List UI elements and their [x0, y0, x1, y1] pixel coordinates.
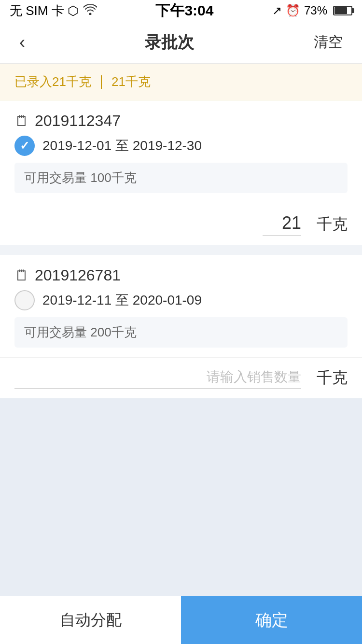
- battery-percent: 73%: [304, 4, 327, 17]
- batch-card-2: 🗒 2019126781 2019-12-11 至 2020-01-09 可用交…: [0, 255, 362, 398]
- doc-icon-1: 🗒: [14, 113, 29, 129]
- wifi-icon: [84, 3, 97, 18]
- location-icon: ↗: [272, 4, 282, 17]
- check-icon: ✓: [20, 139, 29, 153]
- status-bar: 无 SIM 卡 ⬡ 下午3:04 ↗ ⏰ 73%: [0, 0, 362, 21]
- confirm-button[interactable]: 确定: [181, 596, 362, 644]
- summary-banner: 已录入21千克 21千克: [0, 64, 362, 100]
- svg-point-0: [89, 13, 91, 15]
- batch-2-radio[interactable]: [14, 290, 35, 310]
- batch-1-id: 2019112347: [35, 112, 121, 130]
- bottom-buttons: 自动分配 确定: [0, 596, 362, 644]
- batch-1-unit: 千克: [317, 214, 348, 235]
- summary-label: 已录入21千克: [14, 73, 91, 90]
- batch-2-quantity-placeholder[interactable]: 请输入销售数量: [207, 368, 301, 386]
- batch-2-availability: 可用交易量 200千克: [14, 317, 348, 348]
- summary-divider: [101, 75, 102, 89]
- batch-1-quantity-row: 21 千克: [0, 203, 362, 245]
- section-separator-1: [0, 245, 362, 255]
- back-button[interactable]: ‹: [14, 28, 30, 57]
- batch-2-unit: 千克: [317, 367, 348, 389]
- doc-icon-2: 🗒: [14, 267, 29, 284]
- batch-2-date-row: 2019-12-11 至 2020-01-09: [14, 290, 348, 310]
- status-left: 无 SIM 卡 ⬡: [10, 2, 97, 19]
- batch-1-date-row: ✓ 2019-12-01 至 2019-12-30: [14, 136, 348, 156]
- status-right: ↗ ⏰ 73%: [272, 4, 352, 17]
- page-title: 录批次: [145, 31, 194, 54]
- batch-1-availability: 可用交易量 100千克: [14, 163, 348, 193]
- batch-1-radio[interactable]: ✓: [14, 136, 35, 156]
- status-time: 下午3:04: [155, 1, 213, 21]
- batch-2-header: 🗒 2019126781: [14, 266, 348, 284]
- batch-2-date: 2019-12-11 至 2020-01-09: [42, 291, 202, 309]
- clear-button[interactable]: 清空: [309, 28, 348, 57]
- alarm-icon: ⏰: [286, 4, 300, 17]
- auto-distribute-button[interactable]: 自动分配: [0, 596, 181, 644]
- battery-icon: [333, 6, 352, 15]
- batch-2-quantity-underline: 请输入销售数量: [14, 368, 301, 389]
- batch-2-id: 2019126781: [35, 266, 121, 284]
- batch-2-quantity-row: 请输入销售数量 千克: [0, 357, 362, 398]
- batch-1-quantity-underline: 21: [263, 213, 301, 236]
- batch-1-date: 2019-12-01 至 2019-12-30: [42, 137, 202, 155]
- nav-bar: ‹ 录批次 清空: [0, 21, 362, 64]
- sim-status: 无 SIM 卡 ⬡: [10, 2, 79, 19]
- batch-card-1: 🗒 2019112347 ✓ 2019-12-01 至 2019-12-30 可…: [0, 100, 362, 245]
- main-content: 🗒 2019112347 ✓ 2019-12-01 至 2019-12-30 可…: [0, 100, 362, 644]
- batch-1-quantity-value[interactable]: 21: [263, 213, 301, 233]
- summary-amount: 21千克: [111, 73, 151, 90]
- empty-area: [0, 398, 362, 601]
- batch-1-header: 🗒 2019112347: [14, 112, 348, 130]
